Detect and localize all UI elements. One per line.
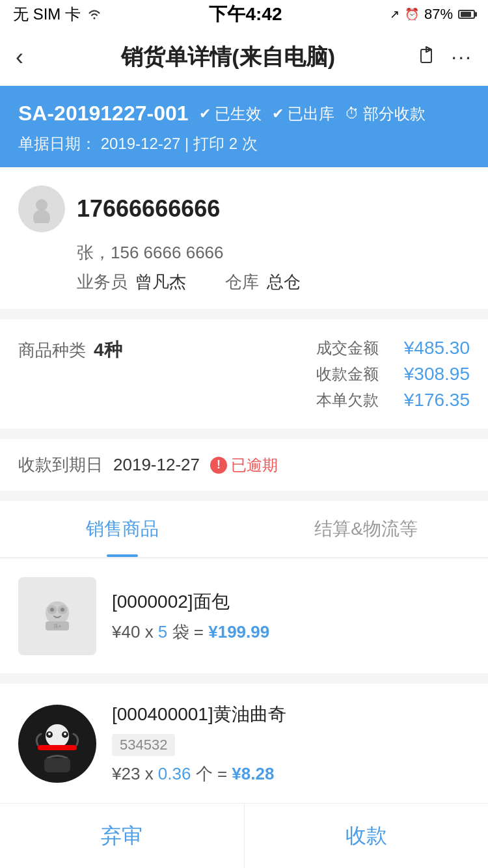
debt-row: 本单欠款 ¥176.35 (316, 390, 470, 411)
debt-value: ¥176.35 (392, 390, 470, 411)
svg-point-15 (48, 733, 51, 735)
page-title: 销货单详情(来自电脑) (36, 42, 420, 72)
battery-text: 87% (424, 6, 453, 23)
deal-amount-value: ¥485.30 (392, 338, 470, 359)
more-button[interactable]: ··· (451, 45, 472, 69)
product-types-label: 商品种类 (18, 339, 86, 362)
product-info-2: [000400001]黄油曲奇 534532 ¥23 x 0.36 个 = ¥8… (112, 702, 470, 785)
alarm-icon: ⏰ (405, 7, 419, 21)
status-right: ↗ ⏰ 87% (390, 6, 475, 23)
avatar (18, 185, 65, 232)
tab-settlement[interactable]: 结算&物流等 (244, 501, 488, 557)
carrier-text: 无 SIM 卡 (13, 4, 81, 25)
product-name-1: [0000002]面包 (112, 590, 470, 614)
products-section: 乐+ [0000002]面包 ¥40 x 5 袋 = ¥199.99 (0, 559, 488, 804)
due-label: 收款到期日 (18, 454, 103, 476)
warehouse-name: 总仓 (267, 271, 301, 293)
status-partial: ⏱ 部分收款 (345, 103, 426, 124)
location-icon: ↗ (390, 7, 400, 21)
stats-right: 成交金额 ¥485.30 收款金额 ¥308.95 本单欠款 ¥176.35 (316, 338, 470, 411)
order-meta: 单据日期： 2019-12-27 | 打印 2 次 (18, 133, 470, 154)
svg-point-2 (33, 210, 50, 223)
received-row: 收款金额 ¥308.95 (316, 364, 470, 385)
tabs-section: 销售商品 结算&物流等 (0, 501, 488, 558)
stats-section: 商品种类 4种 成交金额 ¥485.30 收款金额 ¥308.95 本单欠款 ¥… (0, 319, 488, 429)
stats-left: 商品种类 4种 (18, 338, 122, 362)
bottom-bar: 弃审 收款 (0, 803, 488, 868)
svg-point-1 (36, 199, 47, 211)
nav-actions: ··· (420, 45, 472, 69)
confirm-button[interactable]: 收款 (245, 804, 489, 868)
product-price-1: ¥40 x 5 袋 = ¥199.99 (112, 621, 470, 644)
clock-icon: ⏱ (345, 105, 359, 122)
order-header: SA-20191227-001 ✔ 已生效 ✔ 已出库 ⏱ 部分收款 单据日期：… (0, 86, 488, 167)
product-item: 乐+ [0000002]面包 ¥40 x 5 袋 = ¥199.99 (0, 559, 488, 673)
customer-name-phone: 张，156 6666 6666 (77, 241, 470, 264)
tab-sales-products[interactable]: 销售商品 (0, 501, 244, 557)
staff-label: 业务员 (77, 271, 128, 293)
svg-rect-12 (38, 745, 77, 750)
product-types: 商品种类 4种 (18, 338, 122, 362)
order-id: SA-20191227-001 (18, 102, 189, 126)
svg-rect-17 (44, 758, 70, 772)
check-icon-1: ✔ (199, 105, 211, 122)
staff-row: 业务员 曾凡杰 仓库 总仓 (77, 271, 470, 293)
due-date-value: 2019-12-27 (113, 455, 200, 475)
deal-amount-row: 成交金额 ¥485.30 (316, 338, 470, 359)
product-info-1: [0000002]面包 ¥40 x 5 袋 = ¥199.99 (112, 590, 470, 644)
product-types-value: 4种 (94, 338, 122, 362)
product-thumb-2 (18, 705, 96, 783)
status-time: 下午4:42 (209, 2, 282, 27)
product-thumb-1: 乐+ (18, 577, 96, 655)
product-batch: 534532 (112, 734, 175, 756)
svg-point-6 (50, 608, 54, 612)
received-label: 收款金额 (316, 364, 379, 385)
product-name-2: [000400001]黄油曲奇 (112, 702, 470, 727)
svg-point-16 (64, 733, 66, 735)
debt-label: 本单欠款 (316, 390, 379, 411)
status-bar: 无 SIM 卡 下午4:42 ↗ ⏰ 87% (0, 0, 488, 29)
deal-amount-label: 成交金额 (316, 338, 379, 359)
received-value: ¥308.95 (392, 364, 470, 385)
customer-section: 17666666666 张，156 6666 6666 业务员 曾凡杰 仓库 总… (0, 167, 488, 309)
back-button[interactable]: ‹ (16, 44, 23, 71)
status-shipped: ✔ 已出库 (272, 103, 334, 124)
stats-grid: 商品种类 4种 成交金额 ¥485.30 收款金额 ¥308.95 本单欠款 ¥… (18, 338, 470, 411)
share-button[interactable] (420, 46, 438, 68)
battery-icon (458, 10, 475, 19)
customer-main-row: 17666666666 (18, 185, 470, 232)
nav-bar: ‹ 销货单详情(来自电脑) ··· (0, 29, 488, 86)
check-icon-2: ✔ (272, 105, 284, 122)
svg-text:乐+: 乐+ (53, 623, 62, 629)
product-price-2: ¥23 x 0.36 个 = ¥8.28 (112, 763, 470, 785)
tabs-row: 销售商品 结算&物流等 (0, 501, 488, 558)
staff-item: 业务员 曾凡杰 (77, 271, 186, 293)
status-effective: ✔ 已生效 (199, 103, 262, 124)
product-item: [000400001]黄油曲奇 534532 ¥23 x 0.36 个 = ¥8… (0, 684, 488, 804)
status-left: 无 SIM 卡 (13, 4, 102, 25)
overdue-text: 已逾期 (231, 455, 278, 476)
order-status-row: SA-20191227-001 ✔ 已生效 ✔ 已出库 ⏱ 部分收款 (18, 102, 470, 126)
wifi-icon (87, 5, 102, 23)
overdue-icon: ! (210, 457, 227, 474)
customer-phone: 17666666666 (77, 195, 220, 223)
cancel-button[interactable]: 弃审 (0, 804, 245, 868)
svg-point-7 (61, 608, 64, 612)
warehouse-item: 仓库 总仓 (225, 271, 301, 293)
staff-name: 曾凡杰 (135, 271, 186, 293)
warehouse-label: 仓库 (225, 271, 259, 293)
overdue-badge: ! 已逾期 (210, 455, 278, 476)
due-section: 收款到期日 2019-12-27 ! 已逾期 (0, 439, 488, 491)
